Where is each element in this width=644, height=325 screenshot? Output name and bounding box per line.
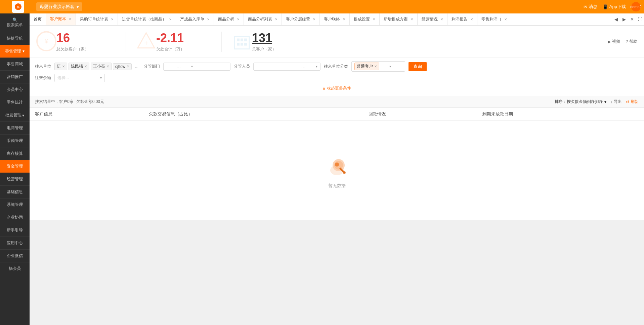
message-button[interactable]: ✉ 消息: [584, 4, 597, 10]
tab-cost-in[interactable]: 产成品入库单 ✕: [176, 13, 214, 26]
filter-tag-wu[interactable]: 伍 ✕: [54, 63, 67, 70]
sidebar-item-purchase[interactable]: 采购管理: [0, 135, 30, 147]
table-area: 搜索结果中，客户0家 欠款金额0.00元 排序：按欠款金额倒序排序 ▾ ↓ 导出: [30, 96, 644, 220]
tab-accounts[interactable]: 客户账本 ✕: [46, 13, 76, 26]
filter-tag-cj[interactable]: cjttcw ✕: [113, 63, 132, 70]
filter-tag-wang-close[interactable]: ✕: [106, 65, 109, 68]
tab-stock-stats-close[interactable]: ✕: [169, 17, 172, 21]
svg-point-18: [343, 171, 346, 174]
tabs-maximize-button[interactable]: ⛶: [636, 13, 644, 26]
sidebar-item-ecommerce[interactable]: 电商管理: [0, 122, 30, 135]
filter-tag-wu-close[interactable]: ✕: [62, 65, 65, 68]
sidebar-item-wholesale[interactable]: 批发管理 ▾: [0, 109, 30, 122]
tab-customer-segment-close[interactable]: ✕: [313, 17, 315, 21]
tab-accounts-close[interactable]: ✕: [69, 17, 72, 21]
main-table: 客户信息 欠款交易信息（占比） 回款情况 到期未放款日期: [30, 108, 644, 220]
tab-goods-analysis-close[interactable]: ✕: [237, 17, 240, 21]
svg-point-16: [335, 162, 339, 167]
query-button[interactable]: 查询: [409, 62, 427, 71]
tab-profit-report[interactable]: 利润报告 ✕: [447, 13, 477, 26]
department-select[interactable]: … ▾: [163, 63, 230, 71]
stat-debt-customers-label: 总欠款客户（家）: [56, 46, 89, 52]
sidebar-item-newbie[interactable]: 新手引导: [0, 224, 30, 237]
sidebar-item-vip[interactable]: 畅会员: [0, 262, 30, 275]
filter-tag-wang[interactable]: 王小亮 ✕: [91, 63, 112, 70]
chevron-down-icon: ▾: [22, 113, 24, 118]
workspace-selector[interactable]: 母婴行业演示帐套 ▾: [36, 2, 82, 11]
sidebar-item-enterprise-coop[interactable]: 企业协同: [0, 211, 30, 224]
tab-goods-analysis-list-close[interactable]: ✕: [275, 17, 277, 21]
export-icon: ↓: [610, 100, 612, 104]
video-help-button[interactable]: ▶ 视频: [608, 39, 620, 44]
tab-retail-profit-close[interactable]: ✕: [504, 17, 507, 21]
stat-total-debt-amount: + -2.11 欠款合计（万）: [136, 31, 211, 52]
tab-improve-settings-close[interactable]: ✕: [373, 17, 375, 21]
sidebar-item-enterprise-wechat[interactable]: 企业微信: [0, 250, 30, 262]
person-select[interactable]: … ▾: [253, 63, 320, 71]
person-filter-label: 分管人员: [234, 64, 250, 69]
tab-new-improve-close[interactable]: ✕: [411, 17, 413, 21]
stat-total-debt-customers: ¥ 16 总欠款客户（家）: [36, 31, 116, 52]
sidebar: 🔍 搜索菜单 快捷导航 零售管理 ▾ 零售商城 营销推广 会员中心 零售统计: [0, 13, 30, 325]
tab-customer-segment[interactable]: 客户分层经营 ✕: [282, 13, 320, 26]
unit-category-tag[interactable]: 普通客户 ✕: [354, 63, 379, 70]
sidebar-item-retail-stats[interactable]: 零售统计: [0, 96, 30, 109]
sidebar-item-inventory[interactable]: 库存核算: [0, 147, 30, 160]
filter-tag-chen-close[interactable]: ✕: [84, 65, 87, 68]
logo[interactable]: 畅: [3, 1, 33, 13]
tab-goods-analysis-list[interactable]: 商品分析列表 ✕: [244, 13, 282, 26]
tab-customer-contact[interactable]: 客户联络 ✕: [320, 13, 350, 26]
tab-purchase-orders[interactable]: 采购订单统计表 ✕: [76, 13, 118, 26]
help-icon: ?: [626, 39, 628, 44]
app-download-button[interactable]: 📱 App下载: [603, 4, 626, 10]
svg-rect-7: [237, 38, 240, 41]
tab-business-status-close[interactable]: ✕: [440, 17, 443, 21]
person-more-icon[interactable]: …: [301, 64, 306, 69]
unit-category-tag-close[interactable]: ✕: [374, 65, 377, 68]
sidebar-item-retail-mall[interactable]: 零售商城: [0, 58, 30, 71]
sidebar-item-marketing[interactable]: 营销推广: [0, 71, 30, 83]
table-toolbar-left: 搜索结果中，客户0家 欠款金额0.00元: [35, 99, 104, 105]
collapse-filters-button[interactable]: ∧ 收起更多条件: [323, 85, 351, 91]
sidebar-item-retail[interactable]: 零售管理 ▾: [0, 45, 30, 58]
svg-text:+: +: [144, 39, 148, 46]
sidebar-item-app-center[interactable]: 应用中心: [0, 237, 30, 250]
sidebar-search[interactable]: 🔍 搜索菜单: [0, 13, 30, 32]
filter-tag-chen[interactable]: 陈民强 ✕: [69, 63, 89, 70]
remain-chevron-icon: ▾: [100, 76, 102, 80]
tab-improve-settings[interactable]: 提成设置 ✕: [350, 13, 380, 26]
tab-purchase-orders-close[interactable]: ✕: [111, 17, 114, 21]
sidebar-item-operations[interactable]: 经营管理: [0, 173, 30, 186]
refresh-button[interactable]: ↺ 刷新: [626, 99, 639, 105]
tab-stock-stats[interactable]: 进货单统计表（按商品） ✕: [118, 13, 176, 26]
filter-area: 往来单位 伍 ✕ 陈民强 ✕ 王小亮: [30, 58, 644, 96]
tab-customer-contact-close[interactable]: ✕: [343, 17, 345, 21]
help-button[interactable]: ? 帮助: [626, 39, 637, 44]
tab-new-improve[interactable]: 新增提成方案 ✕: [380, 13, 418, 26]
tab-business-status[interactable]: 经营情况 ✕: [418, 13, 447, 26]
sidebar-quick-nav[interactable]: 快捷导航: [0, 32, 30, 45]
filter-tags-more[interactable]: ...: [133, 64, 140, 70]
remain-select[interactable]: 选择... ▾: [54, 74, 105, 82]
tabs-close-all-button[interactable]: ✕: [628, 13, 636, 26]
workspace-chevron-icon: ▾: [77, 4, 79, 9]
play-icon: ▶: [608, 39, 611, 44]
tabs-prev-button[interactable]: ◀: [612, 13, 620, 26]
sort-select[interactable]: 排序：按欠款金额倒序排序 ▾: [555, 99, 606, 105]
empty-state-icon: [324, 152, 350, 179]
export-button[interactable]: ↓ 导出: [610, 99, 622, 105]
sidebar-item-member[interactable]: 会员中心: [0, 83, 30, 96]
tab-profit-report-close[interactable]: ✕: [470, 17, 473, 21]
sidebar-item-base-info[interactable]: 基础信息: [0, 186, 30, 198]
filter-tag-cj-close[interactable]: ✕: [127, 65, 129, 68]
tab-cost-in-close[interactable]: ✕: [207, 17, 210, 21]
unit-category-select[interactable]: 普通客户 ✕ ▾: [351, 61, 405, 72]
tab-retail-profit[interactable]: 零售利润（ ✕: [477, 13, 511, 26]
sidebar-item-finance[interactable]: 资金管理: [0, 160, 30, 173]
tabs-next-button[interactable]: ▶: [620, 13, 628, 26]
department-more-icon[interactable]: …: [176, 64, 181, 69]
sidebar-item-system[interactable]: 系统管理: [0, 198, 30, 211]
tab-home[interactable]: 首页: [30, 13, 46, 26]
user-avatar[interactable]: demo2: [631, 2, 641, 11]
tab-goods-analysis[interactable]: 商品分析 ✕: [214, 13, 244, 26]
